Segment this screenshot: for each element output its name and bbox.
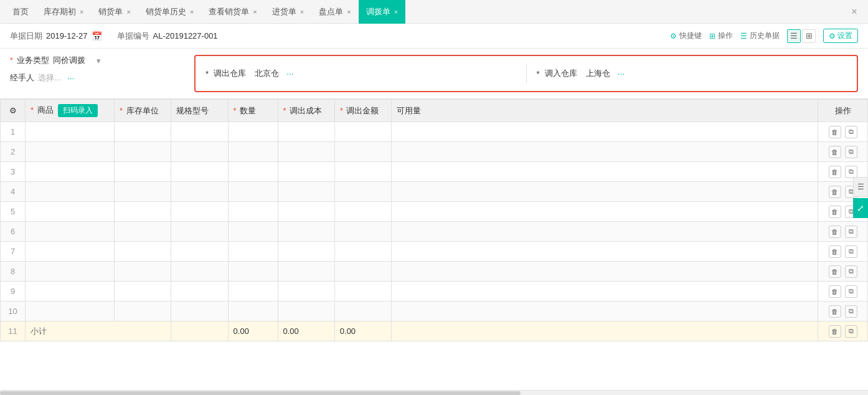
shortcuts-icon: ⚙ [670,32,677,40]
tab-close-view-sales[interactable]: × [253,8,257,16]
copy-row-button[interactable]: ⧉ [845,305,857,318]
horizontal-scrollbar[interactable] [0,390,868,395]
column-gear[interactable]: ⚙ [1,100,26,122]
delete-row-button[interactable]: 🗑 [829,166,841,178]
doc-value: AL-20191227-001 [153,31,218,40]
delete-subtotal-button[interactable]: 🗑 [829,325,841,338]
out-warehouse-value[interactable]: 北京仓 [255,68,279,79]
tab-close-stocktake[interactable]: × [347,8,351,16]
table-row: 6 🗑⧉ [1,222,868,242]
subtotal-label: 小计 [26,321,171,341]
out-warehouse-section: * 调出仓库 北京仓 ··· [205,68,516,79]
out-warehouse-label: 调出仓库 [214,68,246,79]
tab-transfer[interactable]: 调拨单 × [359,0,405,24]
copy-row-button[interactable]: ⧉ [845,166,857,178]
handler-more-icon[interactable]: ··· [67,73,75,83]
date-field: 单据日期 2019-12-27 📅 [10,31,102,42]
tab-close-sales-order[interactable]: × [126,8,130,16]
table-row: 9 🗑⧉ [1,282,868,302]
column-spec: 规格型号 [171,100,228,122]
column-action: 操作 [818,100,868,122]
tab-stocktake[interactable]: 盘点单 × [311,0,358,24]
date-label: 单据日期 [10,31,42,42]
in-warehouse-req: * [537,69,540,79]
out-warehouse-more-icon[interactable]: ··· [286,69,294,79]
history-action[interactable]: ☰ 历史单据 [740,31,780,41]
delete-row-button[interactable]: 🗑 [829,265,841,278]
operations-action[interactable]: ⊞ 操作 [709,31,733,41]
copy-row-button[interactable]: ⧉ [845,285,857,298]
tab-sales-order[interactable]: 销货单 × [91,0,138,24]
table-row: 2 🗑⧉ [1,142,868,162]
tab-home[interactable]: 首页 [5,0,36,24]
doc-field: 单据编号 AL-20191227-001 [117,31,218,42]
column-unit: * 库存单位 [115,100,171,122]
row-actions: 🗑 ⧉ [823,126,862,138]
tab-view-sales[interactable]: 查看销货单 × [201,0,264,24]
delete-row-button[interactable]: 🗑 [829,305,841,318]
list-view-btn[interactable]: ☰ [787,29,801,43]
main-content: 单据日期 2019-12-27 📅 单据编号 AL-20191227-001 ⚙… [0,24,868,395]
right-panel-expand-btn[interactable]: ⤢ [853,198,868,218]
subtotal-cost: 0.00 [278,321,334,341]
delete-row-button[interactable]: 🗑 [829,245,841,258]
table-row: 1 🗑 ⧉ [1,122,868,142]
warehouse-divider [526,64,527,83]
handler-placeholder[interactable]: 选择... [38,72,61,83]
tab-close-inventory-init[interactable]: × [80,8,83,16]
tab-close-transfer[interactable]: × [394,8,398,16]
table-row: 3 🗑⧉ [1,162,868,182]
calendar-icon[interactable]: 📅 [92,31,102,41]
column-available: 可用量 [392,100,818,122]
handler-label: 经手人 [10,72,34,83]
table-row: 8 🗑⧉ [1,262,868,282]
delete-row-button[interactable]: 🗑 [829,146,841,158]
warehouse-box: * 调出仓库 北京仓 ··· * 调入仓库 上海仓 ··· [194,55,858,92]
delete-row-button[interactable]: 🗑 [829,206,841,218]
tab-close-sales-history[interactable]: × [190,8,194,16]
scan-input-button[interactable]: 扫码录入 [58,104,98,117]
copy-row-button[interactable]: ⧉ [845,146,857,158]
delete-row-button[interactable]: 🗑 [829,285,841,298]
tab-close-purchase[interactable]: × [300,8,304,16]
copy-row-button[interactable]: ⧉ [845,226,857,238]
grid-view-btn[interactable]: ⊞ [802,29,816,43]
delete-row-button[interactable]: 🗑 [829,126,841,138]
form-area: * 业务类型 同价调拨 ▾ 经手人 选择... ··· * 调出仓库 北京仓 ·… [0,49,868,98]
delete-row-button[interactable]: 🗑 [829,186,841,198]
shortcuts-action[interactable]: ⚙ 快捷键 [670,31,702,41]
in-warehouse-label: 调入仓库 [545,68,577,79]
date-value: 2019-12-27 [46,31,88,40]
right-panel-list-btn[interactable]: ☰ [853,177,868,197]
subtotal-qty: 0.00 [228,321,278,341]
column-qty: * 数量 [228,100,278,122]
copy-subtotal-button[interactable]: ⧉ [845,325,857,338]
close-window-button[interactable]: × [846,3,863,21]
header-row: 单据日期 2019-12-27 📅 单据编号 AL-20191227-001 ⚙… [0,24,868,49]
subtotal-row: 11 小计 0.00 0.00 0.00 🗑 ⧉ [1,321,868,341]
in-warehouse-section: * 调入仓库 上海仓 ··· [537,68,847,79]
gear-icon: ⚙ [829,32,836,40]
header-actions: ⚙ 快捷键 ⊞ 操作 ☰ 历史单据 ☰ ⊞ ⚙ 设置 [670,29,858,43]
copy-row-button[interactable]: ⧉ [845,245,857,258]
settings-button[interactable]: ⚙ 设置 [823,29,858,43]
delete-row-button[interactable]: 🗑 [829,226,841,238]
copy-row-button[interactable]: ⧉ [845,126,857,138]
subtotal-amount: 0.00 [334,321,391,341]
in-warehouse-more-icon[interactable]: ··· [618,69,625,79]
in-warehouse-value[interactable]: 上海仓 [586,68,610,79]
tab-purchase[interactable]: 进货单 × [265,0,311,24]
handler-field: 经手人 选择... ··· [10,72,184,83]
table-row: 10 🗑⧉ [1,302,868,321]
tab-sales-history[interactable]: 销货单历史 × [138,0,201,24]
column-product: * 商品 扫码录入 [26,100,115,122]
table-row: 7 🗑⧉ [1,242,868,262]
out-warehouse-req: * [205,69,209,79]
tab-inventory-init[interactable]: 库存期初 × [36,0,91,24]
biz-type-dropdown-icon[interactable]: ▾ [97,56,101,65]
copy-row-button[interactable]: ⧉ [845,265,857,278]
scrollbar-thumb[interactable] [0,391,521,395]
biz-type-value[interactable]: 同价调拨 [53,55,90,66]
column-amount: * 调出金额 [334,100,391,122]
doc-label: 单据编号 [117,31,149,42]
